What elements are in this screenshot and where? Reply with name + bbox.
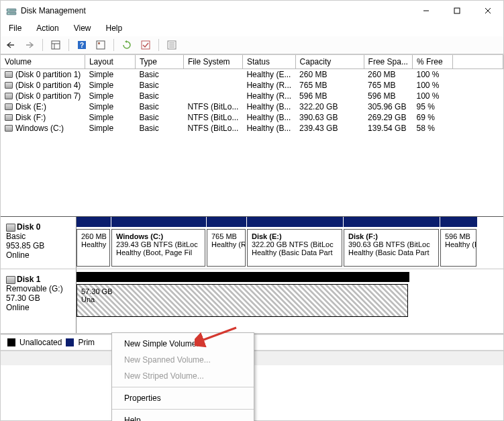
- volume-icon: [5, 103, 13, 110]
- back-button[interactable]: [3, 38, 18, 52]
- check-button[interactable]: [138, 38, 153, 52]
- refresh-button[interactable]: [119, 38, 134, 52]
- disk-0[interactable]: Disk 0 Basic 953.85 GB Online 260 MBHeal…: [1, 217, 503, 269]
- menu-new-striped-volume: New Striped Volume...: [112, 368, 254, 384]
- svg-rect-15: [142, 41, 150, 49]
- partition[interactable]: 260 MBHealthy: [77, 229, 110, 267]
- help-toolbar-button[interactable]: ?: [74, 38, 89, 52]
- swatch-primary: [66, 338, 74, 346]
- col-capacity[interactable]: Capacity: [295, 55, 364, 69]
- volume-list[interactable]: Volume Layout Type File System Status Ca…: [1, 54, 503, 217]
- svg-text:?: ?: [80, 42, 84, 49]
- svg-point-3: [8, 13, 9, 14]
- graphical-view: Disk 0 Basic 953.85 GB Online 260 MBHeal…: [1, 217, 503, 334]
- svg-point-2: [8, 9, 9, 11]
- volume-row[interactable]: Disk (F:)SimpleBasicNTFS (BitLo...Health…: [1, 112, 503, 123]
- unallocated-partition[interactable]: 57.30 GB Una: [77, 284, 408, 317]
- volume-icon: [5, 71, 13, 78]
- partition[interactable]: Windows (C:)239.43 GB NTFS (BitLocHealth…: [111, 229, 205, 267]
- menu-new-simple-volume[interactable]: New Simple Volume...: [112, 336, 254, 352]
- svg-rect-0: [7, 12, 16, 15]
- partition[interactable]: 596 MBHealthy (R: [440, 229, 476, 267]
- volume-icon: [5, 93, 13, 99]
- volume-row[interactable]: (Disk 0 partition 7)SimpleBasicHealthy (…: [1, 91, 503, 101]
- maximize-button[interactable]: [442, 1, 472, 21]
- legend-unallocated: Unallocated: [19, 338, 62, 347]
- disk-0-info: Disk 0 Basic 953.85 GB Online: [1, 217, 77, 269]
- menu-action[interactable]: Action: [32, 22, 62, 34]
- swatch-unallocated: [7, 338, 15, 346]
- disk-management-icon: [6, 5, 17, 16]
- disk-1-info: Disk 1 Removable (G:) 57.30 GB Online: [1, 269, 77, 333]
- col-volume[interactable]: Volume: [1, 55, 85, 69]
- volume-icon: [5, 82, 13, 89]
- partition[interactable]: 765 MBHealthy (R: [207, 229, 246, 267]
- titlebar: Disk Management: [1, 1, 503, 21]
- settings-toolbar-button[interactable]: [93, 38, 108, 52]
- svg-rect-1: [7, 9, 16, 11]
- volume-icon: [5, 125, 13, 132]
- toolbar: ?: [1, 36, 503, 54]
- col-filesystem[interactable]: File System: [183, 55, 242, 69]
- partition[interactable]: Disk (E:)322.20 GB NTFS (BitLocHealthy (…: [247, 229, 342, 267]
- list-button[interactable]: [164, 38, 179, 52]
- col-freespace[interactable]: Free Spa...: [364, 55, 412, 69]
- menubar: File Action View Help: [1, 21, 503, 36]
- view-button[interactable]: [48, 38, 63, 52]
- window-title: Disk Management: [21, 6, 86, 15]
- legend-primary: Prim: [78, 338, 95, 347]
- volume-row[interactable]: (Disk 0 partition 1)SimpleBasicHealthy (…: [1, 69, 503, 81]
- hard-disk-icon: [6, 224, 15, 232]
- menu-properties[interactable]: Properties: [112, 390, 254, 406]
- minimize-button[interactable]: [411, 1, 442, 21]
- disk-1-strip: [77, 272, 409, 282]
- forward-button[interactable]: [22, 38, 37, 52]
- disk-1[interactable]: Disk 1 Removable (G:) 57.30 GB Online 57…: [1, 269, 503, 334]
- volume-row[interactable]: (Disk 0 partition 4)SimpleBasicHealthy (…: [1, 80, 503, 91]
- col-status[interactable]: Status: [242, 55, 295, 69]
- partition[interactable]: Disk (F:)390.63 GB NTFS (BitLocHealthy (…: [344, 229, 439, 267]
- menu-help[interactable]: Help: [102, 22, 127, 34]
- svg-rect-13: [97, 41, 105, 49]
- volume-row[interactable]: Windows (C:)SimpleBasicNTFS (BitLo...Hea…: [1, 123, 503, 134]
- removable-disk-icon: [6, 276, 15, 284]
- col-layout[interactable]: Layout: [85, 55, 135, 69]
- close-button[interactable]: [472, 1, 503, 21]
- svg-rect-5: [454, 8, 460, 13]
- svg-rect-8: [52, 41, 60, 49]
- volume-row[interactable]: Disk (E:)SimpleBasicNTFS (BitLo...Health…: [1, 101, 503, 112]
- col-pctfree[interactable]: % Free: [412, 55, 452, 69]
- svg-rect-14: [98, 42, 100, 44]
- volume-icon: [5, 114, 13, 121]
- col-type[interactable]: Type: [135, 55, 183, 69]
- menu-view[interactable]: View: [70, 22, 95, 34]
- menu-help[interactable]: Help: [112, 412, 254, 421]
- menu-file[interactable]: File: [5, 22, 26, 34]
- context-menu: New Simple Volume... New Spanned Volume.…: [111, 332, 254, 421]
- menu-new-spanned-volume: New Spanned Volume...: [112, 352, 254, 368]
